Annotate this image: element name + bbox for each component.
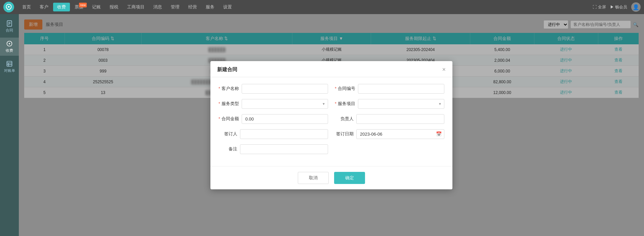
modal-overlay: 新建合同 × 客户名称 合同编号: [19, 14, 644, 236]
sign-date-label: 签订日期: [335, 131, 354, 137]
main-layout: 合同 收费 对账单: [0, 14, 644, 236]
sidebar-item-statement[interactable]: 对账单: [0, 58, 19, 76]
sidebar: 合同 收费 对账单: [0, 14, 19, 236]
field-remark: 备注: [218, 144, 328, 154]
nav-manage[interactable]: 管理: [167, 3, 184, 11]
customer-name-input[interactable]: [242, 84, 328, 94]
svg-point-0: [8, 6, 10, 8]
sidebar-item-fees[interactable]: 收费: [0, 38, 19, 56]
field-responsible: 负责人: [335, 114, 444, 124]
svg-rect-6: [7, 61, 12, 66]
contract-no-label: 合同编号: [335, 86, 355, 92]
modal-title: 新建合同: [217, 66, 237, 73]
nav-service[interactable]: 服务: [202, 3, 218, 11]
nav-fees[interactable]: 收费: [53, 3, 70, 11]
sidebar-item-contract[interactable]: 合同: [0, 17, 19, 36]
service-type-select[interactable]: [242, 99, 328, 109]
field-service-item: 服务项目 ▼: [335, 99, 444, 109]
field-signer: 签订人: [218, 129, 328, 139]
remark-input[interactable]: [240, 144, 328, 154]
new-badge: new: [79, 3, 87, 7]
content-area: 新增 服务项目 进行中 已完成 已终止 🔍 序号 合同编码 ⇅: [19, 14, 644, 236]
top-nav: 首页 客户 收费 票据 new 记账 报税 工商项目 消息 管理 经营 服务 设…: [0, 0, 644, 14]
contract-amount-input[interactable]: [242, 114, 328, 124]
form-row-1: 客户名称 合同编号: [218, 84, 444, 94]
contract-amount-label: 合同金额: [218, 116, 239, 122]
field-contract-no: 合同编号: [335, 84, 444, 94]
service-type-label: 服务类型: [218, 101, 239, 107]
statement-icon: [6, 60, 13, 67]
contract-no-input[interactable]: [358, 84, 444, 94]
nav-items: 首页 客户 收费 票据 new 记账 报税 工商项目 消息 管理 经营 服务 设…: [18, 3, 593, 11]
nav-tax[interactable]: 报税: [106, 3, 122, 11]
field-contract-amount: 合同金额: [218, 114, 328, 124]
service-type-select-wrapper: ▼: [242, 99, 328, 109]
cancel-button[interactable]: 取消: [298, 172, 329, 184]
member-btn[interactable]: ▶ 畅会员: [610, 4, 627, 10]
form-row-2: 服务类型 ▼ 服务项目: [218, 99, 444, 109]
app-logo: [3, 2, 14, 12]
field-service-type: 服务类型 ▼: [218, 99, 328, 109]
nav-operate[interactable]: 经营: [184, 3, 201, 11]
modal-body: 客户名称 合同编号 服务类型: [210, 77, 452, 166]
top-nav-right: ⛶ 全屏 ▶ 畅会员 👤: [593, 2, 641, 12]
modal-close-button[interactable]: ×: [442, 66, 446, 73]
nav-tickets[interactable]: 票据 new: [71, 3, 87, 11]
nav-customer[interactable]: 客户: [36, 3, 52, 11]
form-row-5: 备注: [218, 144, 444, 154]
confirm-button[interactable]: 确定: [334, 172, 365, 184]
contract-icon: [6, 20, 13, 27]
modal-dialog: 新建合同 × 客户名称 合同编号: [210, 61, 452, 189]
nav-business[interactable]: 工商项目: [123, 3, 149, 11]
nav-home[interactable]: 首页: [18, 3, 35, 11]
service-item-label: 服务项目: [335, 101, 355, 107]
fees-icon: [6, 40, 13, 47]
customer-name-label: 客户名称: [218, 86, 239, 92]
modal-header: 新建合同 ×: [210, 61, 452, 77]
service-item-select[interactable]: [358, 99, 444, 109]
field-customer-name: 客户名称: [218, 84, 328, 94]
nav-accounting[interactable]: 记账: [88, 3, 105, 11]
nav-settings[interactable]: 设置: [219, 3, 236, 11]
remark-label: 备注: [218, 146, 237, 152]
service-item-select-wrapper: ▼: [358, 99, 444, 109]
signer-label: 签订人: [218, 131, 237, 137]
sign-date-input[interactable]: [356, 129, 444, 139]
form-row-3: 合同金额 负责人: [218, 114, 444, 124]
form-row-4: 签订人 签订日期 📅: [218, 129, 444, 139]
nav-message[interactable]: 消息: [149, 3, 166, 11]
field-sign-date: 签订日期 📅: [335, 129, 444, 139]
responsible-label: 负责人: [335, 116, 354, 122]
responsible-input[interactable]: [356, 114, 444, 124]
signer-input[interactable]: [240, 129, 328, 139]
sign-date-wrapper: 📅: [356, 129, 444, 139]
avatar[interactable]: 👤: [631, 2, 641, 12]
modal-footer: 取消 确定: [210, 166, 452, 189]
fullscreen-btn[interactable]: ⛶ 全屏: [593, 4, 606, 10]
